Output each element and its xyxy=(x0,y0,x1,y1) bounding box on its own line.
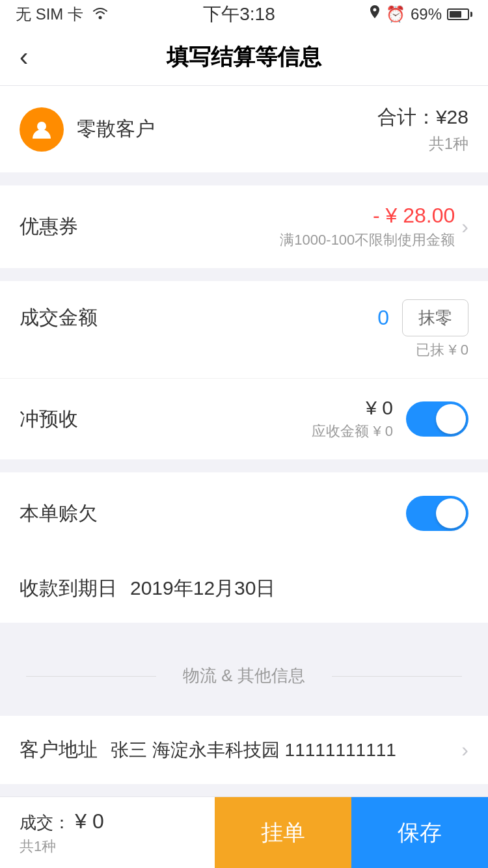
total-amount: 合计：¥28 xyxy=(377,104,468,131)
address-label: 客户地址 xyxy=(20,737,98,763)
customer-section: 零散客户 合计：¥28 共1种 xyxy=(0,86,488,172)
amount-right: 0 抹零 xyxy=(377,299,468,336)
bottom-count: 共1种 xyxy=(20,837,195,856)
avatar xyxy=(20,107,64,152)
bottom-deal: 成交： ¥ 0 xyxy=(20,809,195,834)
prepay-row: 冲预收 ¥ 0 应收金额 ¥ 0 xyxy=(0,379,488,459)
page-title: 填写结算等信息 xyxy=(167,42,321,72)
coupon-discount: - ¥ 28.00 xyxy=(280,204,455,228)
deal-amount: ¥ 0 xyxy=(75,809,103,833)
alarm-icon: ⏰ xyxy=(386,5,405,23)
prepay-amount: ¥ 0 xyxy=(312,397,393,419)
prepay-toggle[interactable] xyxy=(406,401,468,437)
bottom-info: 成交： ¥ 0 共1种 xyxy=(0,809,215,856)
deal-label: 成交： xyxy=(20,813,70,832)
customer-name: 零散客户 xyxy=(77,116,155,142)
amount-row: 成交金额 0 抹零 已抹 ¥ 0 xyxy=(0,281,488,379)
save-button[interactable]: 保存 xyxy=(351,797,488,869)
logistics-label: 物流 & 其他信息 xyxy=(183,666,305,685)
transaction-section: 成交金额 0 抹零 已抹 ¥ 0 冲预收 ¥ 0 应收金额 ¥ 0 xyxy=(0,281,488,459)
customer-row: 零散客户 合计：¥28 共1种 xyxy=(0,86,488,172)
debt-row: 本单赊欠 xyxy=(0,472,488,554)
duedate-value: 2019年12月30日 xyxy=(130,575,275,602)
coupon-row[interactable]: 优惠券 - ¥ 28.00 满1000-100不限制使用金额 › xyxy=(0,185,488,268)
amount-row-top: 成交金额 0 抹零 xyxy=(20,299,468,336)
amount-value: 0 xyxy=(377,306,389,330)
logistics-section: 物流 & 其他信息 xyxy=(0,636,488,716)
battery-percent: 69% xyxy=(411,5,442,23)
prepay-right: ¥ 0 应收金额 ¥ 0 xyxy=(312,397,468,441)
duedate-label: 收款到期日 xyxy=(20,575,117,602)
logistics-header: 物流 & 其他信息 xyxy=(0,649,488,703)
status-bar: 无 SIM 卡 下午3:18 ⏰ 69% xyxy=(0,0,488,29)
amount-sub: 已抹 ¥ 0 xyxy=(20,340,468,360)
address-value: 张三 海淀永丰科技园 11111111111 xyxy=(111,738,461,763)
coupon-label: 优惠券 xyxy=(20,213,78,240)
location-icon xyxy=(369,5,381,23)
status-left: 无 SIM 卡 xyxy=(16,4,109,25)
coupon-info: - ¥ 28.00 满1000-100不限制使用金额 xyxy=(280,204,455,250)
battery-icon xyxy=(447,8,472,20)
coupon-right: - ¥ 28.00 满1000-100不限制使用金额 › xyxy=(280,204,468,250)
debt-section: 本单赊欠 收款到期日 2019年12月30日 xyxy=(0,472,488,623)
round-button[interactable]: 抹零 xyxy=(402,299,468,336)
sim-label: 无 SIM 卡 xyxy=(16,4,83,25)
prepay-info: ¥ 0 应收金额 ¥ 0 xyxy=(312,397,393,441)
amount-label: 成交金额 xyxy=(20,305,98,331)
chevron-right-icon: › xyxy=(461,215,468,239)
duedate-row: 收款到期日 2019年12月30日 xyxy=(0,554,488,623)
customer-info: 零散客户 xyxy=(20,107,155,152)
bottom-bar: 成交： ¥ 0 共1种 挂单 保存 xyxy=(0,796,488,868)
debt-label: 本单赊欠 xyxy=(20,500,98,527)
address-chevron-icon: › xyxy=(461,738,468,762)
prepay-sub: 应收金额 ¥ 0 xyxy=(312,422,393,441)
status-time: 下午3:18 xyxy=(203,2,275,27)
prepay-label: 冲预收 xyxy=(20,406,78,433)
toggle-thumb xyxy=(436,404,466,434)
hang-sale-button[interactable]: 挂单 xyxy=(215,797,351,869)
address-row[interactable]: 客户地址 张三 海淀永丰科技园 11111111111 › xyxy=(0,716,488,784)
back-button[interactable]: ‹ xyxy=(20,42,28,72)
svg-point-0 xyxy=(99,16,102,20)
address-section: 客户地址 张三 海淀永丰科技园 11111111111 › xyxy=(0,716,488,784)
coupon-section: 优惠券 - ¥ 28.00 满1000-100不限制使用金额 › xyxy=(0,185,488,268)
coupon-description: 满1000-100不限制使用金额 xyxy=(280,230,455,250)
wifi-icon xyxy=(91,5,109,23)
svg-point-1 xyxy=(37,122,46,131)
debt-toggle-thumb xyxy=(436,498,466,528)
status-right: ⏰ 69% xyxy=(369,5,472,23)
nav-bar: ‹ 填写结算等信息 xyxy=(0,29,488,86)
total-count: 共1种 xyxy=(377,133,468,154)
debt-toggle[interactable] xyxy=(406,496,468,531)
customer-total: 合计：¥28 共1种 xyxy=(377,104,468,154)
